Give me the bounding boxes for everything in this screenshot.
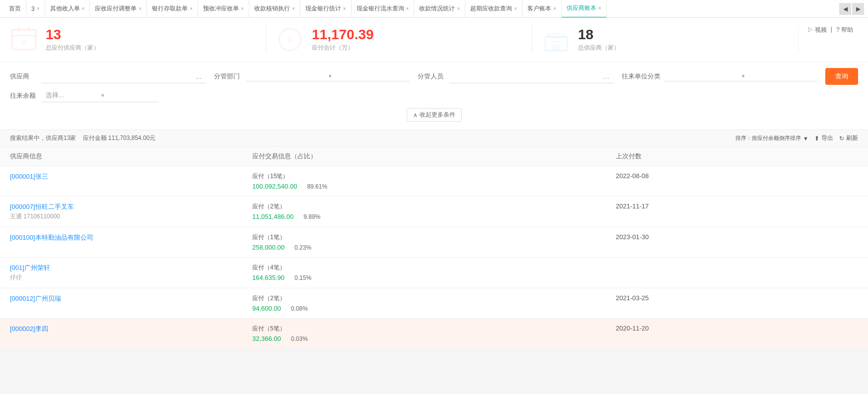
top-nav: 首页 3 × 其他收入单 × 应收应付调整单 × 银行存取款单 × 预收冲应收单… [0,0,868,18]
payable-suppliers-count: 13 [46,28,99,42]
tx-amount-5[interactable]: 32,366.00 [252,335,281,342]
nav-tab-cash-bank-flow[interactable]: 现金银行流水查询 × [352,0,415,18]
nav-tab-other-income[interactable]: 其他收入单 × [45,0,90,18]
supplier-sub-3: 仔仔 [10,273,252,282]
last-payment-cell-0: 2022-08-08 [616,172,858,180]
video-icon: ▷ [807,26,813,33]
summary-bar: ¥ 13 总应付供应商（家） ¥ 11,170.39 应付合计（万） [0,18,868,62]
link-separator: | [831,26,832,33]
nav-tab-supplier-book-close[interactable]: × [598,5,601,11]
nav-arrow-right[interactable]: ▶ [852,3,864,15]
collapse-icon: ∧ [413,112,418,119]
category-dropdown[interactable]: ▼ [664,71,818,81]
nav-tab-bank-deposit-close[interactable]: × [190,6,193,11]
nav-tab-collection-stat-label: 收款情况统计 [419,4,455,13]
result-search-text: 搜索结果中，供应商13家 [10,134,76,141]
nav-tab-pre-collection[interactable]: 预收冲应收单 × [198,0,249,18]
summary-payable-suppliers: ¥ 13 总应付供应商（家） [10,26,266,54]
nav-tab-pre-collection-close[interactable]: × [241,6,244,11]
transaction-cell-5: 应付（5笔） 32,366.00 0.03% [252,325,616,342]
video-link[interactable]: ▷ 视频 [807,26,827,34]
nav-tab-cash-bank-stat[interactable]: 现金银行统计 × [300,0,352,18]
tx-amount-0[interactable]: 100,092,540.00 [252,183,297,190]
nav-tab-3-close[interactable]: × [37,6,40,11]
nav-tab-collection-stat[interactable]: 收款情况统计 × [414,0,465,18]
supplier-link-2[interactable]: [000100]本特勤油品有限公司 [10,234,93,241]
person-dots-icon[interactable]: ... [603,72,609,81]
table-row: [000002]李四 应付（5笔） 32,366.00 0.03% 2020-1… [0,319,868,349]
export-button[interactable]: ⬆ 导出 [814,134,833,142]
nav-tab-collection-exec[interactable]: 收款核销执行 × [249,0,300,18]
table-row: [000100]本特勤油品有限公司 应付（1笔） 258,000.00 0.23… [0,227,868,258]
filter-category: 往来单位分类 ▼ [622,71,818,81]
total-suppliers-icon [542,26,570,54]
supplier-link-3[interactable]: [001]广州荣轩 [10,264,50,271]
nav-tab-collection-exec-close[interactable]: × [292,6,295,11]
tx-amount-3[interactable]: 164,635.90 [252,274,285,281]
col-header-supplier: 供应商信息 [10,152,252,161]
nav-tab-overdue-ar-close[interactable]: × [514,6,517,11]
query-button[interactable]: 查询 [825,68,858,85]
supplier-link-1[interactable]: [000007]恒旺二手叉车 [10,203,74,210]
supplier-link-0[interactable]: [000001]张三 [10,173,48,180]
nav-arrow-left[interactable]: ◀ [839,3,851,15]
total-suppliers-text: 18 总供应商（家） [578,28,620,52]
nav-tab-home[interactable]: 首页 [4,0,26,18]
supplier-link-4[interactable]: [000012]广州贝瑞 [10,295,61,302]
filter-area: 供应商 ... 分管部门 ▼ 分管人员 ... 往来单位分类 [0,62,868,130]
nav-tab-overdue-ar[interactable]: 超期应收款查询 × [465,0,522,18]
payable-amount-text: 11,170.39 应付合计（万） [312,28,374,52]
payable-suppliers-icon: ¥ [10,26,38,54]
table-row: [001]广州荣轩 仔仔 应付（4笔） 164,635.90 0.15% [0,258,868,288]
filter-supplier: 供应商 ... [10,70,206,83]
result-info: 搜索结果中，供应商13家 应付金额 111,703,854.00元 [10,134,155,142]
export-icon: ⬆ [814,135,819,142]
nav-tab-3[interactable]: 3 × [26,0,45,18]
nav-tab-supplier-book[interactable]: 供应商账本 × [562,0,607,18]
nav-tab-ar-ap-adjust-close[interactable]: × [139,6,142,11]
category-dropdown-arrow: ▼ [741,73,813,79]
filter-row-1: 供应商 ... 分管部门 ▼ 分管人员 ... 往来单位分类 [10,68,858,85]
filter-person: 分管人员 ... [418,70,614,83]
refresh-icon: ↻ [839,135,844,142]
nav-tab-collection-stat-close[interactable]: × [457,6,460,11]
nav-tab-ar-ap-adjust[interactable]: 应收应付调整单 × [90,0,147,18]
transaction-cell-2: 应付（1笔） 258,000.00 0.23% [252,233,616,251]
tx-amount-4[interactable]: 94,600.00 [252,305,281,312]
tx-amount-1[interactable]: 11,051,486.00 [252,213,293,220]
nav-tab-cash-bank-stat-close[interactable]: × [343,6,346,11]
sort-select[interactable]: 排序：按应付余额倒序排序 ▼ [735,134,808,142]
nav-tab-cash-bank-flow-close[interactable]: × [406,6,409,11]
supplier-sub-1: 王通 17106110000 [10,212,252,221]
filter-row-2: 往来余额 选择... ▼ [10,89,858,102]
balance-dropdown[interactable]: 选择... ▼ [42,89,159,102]
nav-tab-pre-collection-label: 预收冲应收单 [203,4,239,13]
sort-label: 排序：按应付余额倒序排序 [735,134,801,142]
help-link[interactable]: ? 帮助 [836,26,853,34]
collapse-button[interactable]: ∧ 收起更多条件 [407,108,462,122]
supplier-input[interactable] [46,72,195,80]
refresh-button[interactable]: ↻ 刷新 [839,134,858,142]
filter-department: 分管部门 ▼ [214,71,410,81]
nav-tab-collection-exec-label: 收款核销执行 [254,4,290,13]
supplier-link-5[interactable]: [000002]李四 [10,325,48,332]
nav-tab-customer-book-close[interactable]: × [553,6,556,11]
tx-percent-4: 0.08% [291,305,308,312]
nav-tab-customer-book[interactable]: 客户账本 × [522,0,562,18]
supplier-dots-icon[interactable]: ... [195,72,202,81]
nav-tab-bank-deposit[interactable]: 银行存取款单 × [147,0,198,18]
department-dropdown[interactable]: ▼ [246,71,410,81]
svg-text:¥: ¥ [287,34,293,45]
video-label: 视频 [815,26,827,33]
tx-label-5: 应付（5笔） [252,325,616,333]
transaction-cell-4: 应付（2笔） 94,600.00 0.08% [252,294,616,312]
person-input[interactable] [453,72,603,80]
tx-row-3: 164,635.90 0.15% [252,274,616,281]
summary-payable-amount: ¥ 11,170.39 应付合计（万） [266,26,532,54]
tx-amount-2[interactable]: 258,000.00 [252,244,285,251]
table-header: 供应商信息 应付交易信息（占比） 上次付数 [0,147,868,166]
result-bar: 搜索结果中，供应商13家 应付金额 111,703,854.00元 排序：按应付… [0,130,868,147]
person-input-container: ... [449,70,614,83]
balance-dropdown-value: 选择... [46,91,100,100]
nav-tab-other-income-close[interactable]: × [82,6,85,11]
